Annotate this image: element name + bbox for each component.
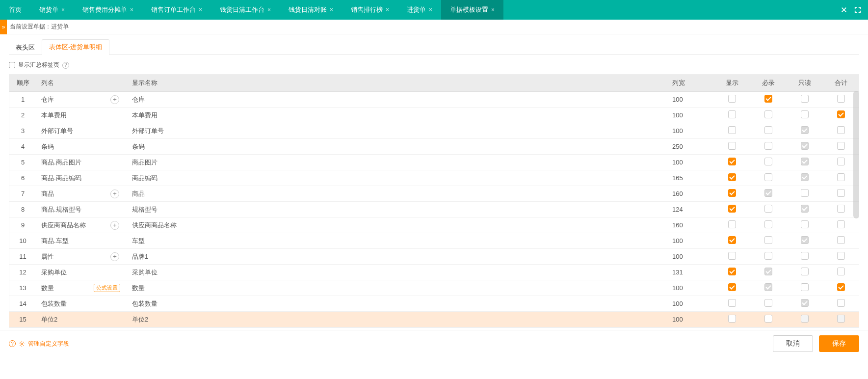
checkbox[interactable] [728,315,736,323]
checkbox[interactable] [764,205,772,213]
checkbox[interactable] [837,205,845,213]
cell-width[interactable]: 100 [667,123,714,139]
checkbox[interactable] [764,236,772,244]
cell-width[interactable]: 100 [667,280,714,296]
cell-display-name[interactable]: 商品编码 [127,170,667,186]
checkbox[interactable] [837,110,845,118]
checkbox[interactable] [837,236,845,244]
save-button[interactable]: 保存 [819,335,859,352]
top-tab[interactable]: 钱货日清工作台× [211,0,280,20]
checkbox[interactable] [764,142,772,150]
table-row[interactable]: 6商品.商品编码商品编码165 [9,170,859,186]
scrollbar[interactable] [853,91,859,218]
checkbox[interactable] [728,189,736,197]
tab-header-area[interactable]: 表头区 [9,40,42,55]
cell-width[interactable]: 165 [667,170,714,186]
checkbox[interactable] [728,220,736,228]
manage-custom-fields-link[interactable]: 管理自定义字段 [28,340,69,348]
add-icon[interactable]: + [110,252,119,261]
checkbox[interactable] [837,142,845,150]
checkbox[interactable] [801,95,809,103]
checkbox[interactable] [801,220,809,228]
add-icon[interactable]: + [110,221,119,230]
checkbox[interactable] [837,95,845,103]
checkbox[interactable] [728,142,736,150]
cell-display-name[interactable]: 包装数量 [127,296,667,312]
help-icon[interactable]: ? [62,62,69,69]
checkbox[interactable] [801,283,809,291]
cell-display-name[interactable]: 规格型号 [127,202,667,217]
cell-width[interactable]: 131 [667,265,714,280]
close-icon[interactable]: × [429,6,432,13]
cell-width[interactable]: 250 [667,139,714,155]
table-row[interactable]: 9供应商商品名称+供应商商品名称160 [9,217,859,233]
checkbox[interactable] [801,268,809,275]
checkbox[interactable] [837,189,845,197]
cell-width[interactable]: 124 [667,202,714,217]
checkbox[interactable] [728,205,736,213]
cell-display-name[interactable]: 仓库 [127,92,667,108]
cell-width[interactable]: 160 [667,217,714,233]
cell-display-name[interactable]: 品牌1 [127,249,667,265]
close-icon[interactable]: × [267,6,271,13]
cell-display-name[interactable]: 商品 [127,186,667,202]
checkbox[interactable] [801,110,809,118]
cell-width[interactable]: 100 [667,108,714,123]
add-icon[interactable]: + [110,190,119,198]
top-tab[interactable]: 单据模板设置× [441,0,503,20]
checkbox[interactable] [728,252,736,260]
close-all-icon[interactable] [841,6,847,13]
checkbox[interactable] [837,220,845,228]
checkbox[interactable] [764,252,772,260]
checkbox[interactable] [728,268,736,275]
checkbox[interactable] [837,173,845,181]
show-summary-checkbox[interactable] [9,62,15,68]
close-icon[interactable]: × [330,6,333,13]
checkbox[interactable] [764,315,772,323]
checkbox[interactable] [764,299,772,307]
table-row[interactable]: 5商品.商品图片商品图片100 [9,155,859,170]
table-row[interactable]: 8商品.规格型号规格型号124 [9,202,859,217]
checkbox[interactable] [837,268,845,275]
close-icon[interactable]: × [199,6,202,13]
top-tab[interactable]: 销售排行榜× [342,0,398,20]
cell-display-name[interactable]: 单位2 [127,312,667,327]
table-row[interactable]: 13数量公式设置数量100 [9,280,859,296]
fullscreen-icon[interactable] [854,6,861,13]
checkbox[interactable] [837,126,845,134]
checkbox[interactable] [728,173,736,181]
top-tab[interactable]: 钱货日清对账× [280,0,342,20]
checkbox[interactable] [764,158,772,165]
cell-display-name[interactable]: 外部订单号 [127,123,667,139]
cell-display-name[interactable]: 数量 [127,280,667,296]
top-tab[interactable]: 进货单× [398,0,441,20]
cell-width[interactable]: 100 [667,233,714,249]
top-tab[interactable]: 销售订单工作台× [142,0,211,20]
cell-display-name[interactable]: 本单费用 [127,108,667,123]
cell-width[interactable]: 160 [667,186,714,202]
close-icon[interactable]: × [130,6,133,13]
cell-width[interactable]: 100 [667,155,714,170]
cell-width[interactable]: 100 [667,312,714,327]
cancel-button[interactable]: 取消 [773,335,813,352]
cell-display-name[interactable]: 条码 [127,139,667,155]
checkbox[interactable] [801,252,809,260]
close-icon[interactable]: × [386,6,389,13]
top-tab[interactable]: 销售费用分摊单× [74,0,142,20]
footer-help-icon[interactable]: ? [9,340,16,347]
checkbox[interactable] [728,158,736,165]
checkbox[interactable] [728,126,736,134]
table-row[interactable]: 15单位2单位2100 [9,312,859,327]
checkbox[interactable] [837,252,845,260]
close-icon[interactable]: × [491,6,495,13]
table-row[interactable]: 3外部订单号外部订单号100 [9,123,859,139]
cell-display-name[interactable]: 商品图片 [127,155,667,170]
checkbox[interactable] [728,299,736,307]
checkbox[interactable] [837,283,845,291]
checkbox[interactable] [728,95,736,103]
checkbox[interactable] [837,158,845,165]
checkbox[interactable] [801,189,809,197]
formula-tag[interactable]: 公式设置 [94,284,120,292]
table-row[interactable]: 14包装数量包装数量100 [9,296,859,312]
checkbox[interactable] [837,299,845,307]
